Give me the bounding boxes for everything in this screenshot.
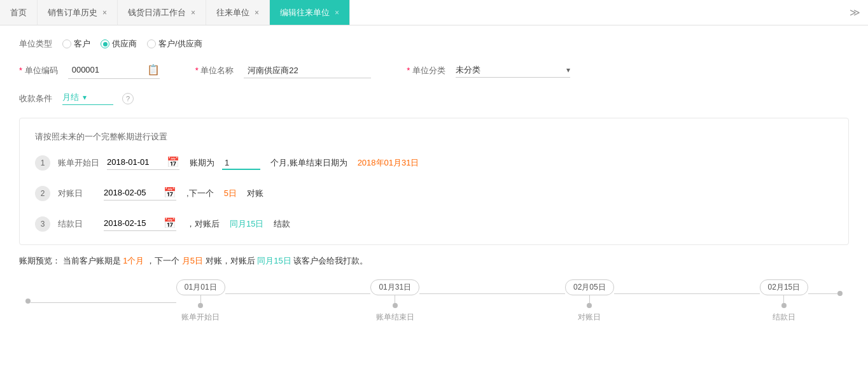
- step-3-desc-prefix: ，对账后: [186, 218, 220, 230]
- step-1-row: 1 账单开始日 📅 账期为 个月,账单结束日期为 2018年01月31日: [35, 155, 833, 171]
- unit-type-label: 单位类型: [19, 38, 52, 50]
- step-1-calendar-icon[interactable]: 📅: [167, 156, 179, 168]
- step-2-row: 2 对账日 📅 ,下一个 5日 对账: [35, 186, 833, 201]
- step-1-number: 1: [35, 155, 50, 171]
- tab-sales-order-history-close[interactable]: ×: [102, 8, 107, 17]
- step-3-date-input: 📅: [104, 217, 176, 231]
- timeline-node-4-dot: [781, 303, 787, 308]
- step-2-date-field[interactable]: [104, 188, 161, 197]
- billing-period-section: 请按照未来的一个完整帐期进行设置 1 账单开始日 📅 账期为 个月,账单结束日期…: [19, 118, 849, 245]
- timeline-node-3-dot: [587, 303, 592, 308]
- tab-edit-partner-unit[interactable]: 编辑往来单位 ×: [270, 0, 350, 25]
- unit-category-select[interactable]: 未分类 ▾: [456, 64, 570, 78]
- timeline-end-dot: [837, 291, 843, 296]
- step-1-label: 账单开始日: [58, 157, 99, 169]
- step-1-desc-before: 账期为: [190, 157, 214, 169]
- step-3-row: 3 结款日 📅 ，对账后 同月15日 结款: [35, 216, 833, 232]
- timeline-node-2-badge: 01月31日: [370, 279, 419, 295]
- timeline-node-4-badge: 02月15日: [760, 279, 809, 295]
- radio-supplier[interactable]: 供应商: [101, 38, 137, 50]
- preview-part-1: 当前客户账期是: [63, 256, 121, 265]
- radio-customer-supplier-circle: [147, 39, 156, 48]
- timeline-start-dot: [25, 299, 31, 304]
- timeline-node-4-label: 结款日: [773, 312, 795, 323]
- payment-terms-label: 收款条件: [19, 93, 52, 104]
- step-3-desc-suffix: 结款: [274, 218, 290, 230]
- radio-customer-label: 客户: [74, 38, 90, 50]
- step-3-label: 结款日: [58, 218, 96, 230]
- unit-code-input[interactable]: [68, 62, 144, 77]
- unit-name-label: 单位名称: [195, 65, 234, 76]
- timeline-node-1-vline: [200, 295, 201, 303]
- preview-part-3: ，下一个: [146, 256, 179, 265]
- tab-home-label: 首页: [10, 7, 27, 18]
- payment-terms-value: 月结: [62, 92, 79, 103]
- tl-seg-4: [614, 293, 760, 294]
- tab-edit-partner-unit-label: 编辑往来单位: [280, 7, 330, 18]
- tab-sales-order-history-label: 销售订单历史: [48, 7, 97, 18]
- unit-info-row: 单位编码 📋 单位名称 单位分类 未分类 ▾: [19, 62, 849, 79]
- timeline-node-1: 01月01日 账单开始日: [176, 279, 225, 323]
- tab-cash-workbench-label: 钱货日清工作台: [128, 7, 186, 18]
- step-1-period-input[interactable]: [222, 157, 260, 170]
- radio-supplier-circle: [101, 39, 109, 48]
- payment-terms-select[interactable]: 月结 ▾: [62, 92, 113, 105]
- tab-partner-units[interactable]: 往来单位 ×: [206, 0, 270, 25]
- timeline-node-3: 02月05日 对账日: [565, 279, 614, 323]
- unit-category-arrow-icon: ▾: [566, 66, 570, 74]
- radio-customer-supplier-label: 客户/供应商: [158, 38, 202, 50]
- tab-home[interactable]: 首页: [0, 0, 38, 25]
- step-3-date-field[interactable]: [104, 218, 161, 228]
- step-1-date-input: 📅: [107, 156, 179, 170]
- radio-supplier-label: 供应商: [112, 38, 137, 50]
- timeline-segment-1: [31, 300, 176, 303]
- tl-seg-5: [808, 293, 837, 294]
- tab-edit-partner-unit-close[interactable]: ×: [335, 8, 339, 17]
- step-2-number: 2: [35, 186, 50, 201]
- tl-seg-3: [419, 293, 565, 294]
- unit-type-row: 单位类型 客户 供应商 客户/供应商: [19, 38, 849, 50]
- radio-customer-circle: [62, 39, 71, 48]
- help-icon[interactable]: ?: [122, 93, 134, 104]
- tab-expand-button[interactable]: ≫: [842, 0, 868, 25]
- tl-seg-2: [225, 293, 371, 294]
- timeline-node-1-label: 账单开始日: [181, 312, 220, 323]
- preview-part-6: 同月15日: [257, 256, 291, 265]
- step-2-calendar-icon[interactable]: 📅: [164, 186, 176, 199]
- step-1-desc-after: 个月,账单结束日期为: [270, 157, 347, 169]
- step-3-highlight-day: 同月15日: [230, 218, 263, 230]
- timeline-node-2-vline: [395, 295, 395, 303]
- unit-code-calendar-icon[interactable]: 📋: [147, 64, 160, 76]
- section-hint: 请按照未来的一个完整帐期进行设置: [35, 131, 833, 143]
- timeline-node-4-vline: [783, 295, 784, 303]
- timeline-node-1-dot: [198, 303, 203, 308]
- timeline-node-2: 01月31日 账单结束日: [370, 279, 419, 323]
- preview-part-4: 月5日: [182, 256, 203, 265]
- step-2-desc-prefix: ,下一个: [186, 188, 214, 199]
- main-content: 单位类型 客户 供应商 客户/供应商 单位编码 📋 单位名称 单: [0, 25, 868, 387]
- step-2-highlight-day: 5日: [224, 188, 237, 199]
- preview-section: 账期预览： 当前客户账期是 1个月 ，下一个 月5日 对账，对账后 同月15日 …: [19, 245, 849, 323]
- tab-bar: 首页 销售订单历史 × 钱货日清工作台 × 往来单位 × 编辑往来单位 × ≫: [0, 0, 868, 25]
- tab-cash-workbench-close[interactable]: ×: [191, 8, 195, 17]
- preview-label: 账期预览：: [19, 256, 60, 265]
- timeline-node-3-vline: [589, 295, 590, 303]
- unit-type-radio-group: 客户 供应商 客户/供应商: [62, 38, 202, 50]
- payment-terms-arrow-icon: ▾: [83, 93, 87, 102]
- preview-part-5: 对账，对账后: [206, 256, 255, 265]
- tab-sales-order-history[interactable]: 销售订单历史 ×: [38, 0, 118, 25]
- timeline-node-1-badge: 01月01日: [176, 279, 225, 295]
- tab-cash-workbench[interactable]: 钱货日清工作台 ×: [118, 0, 206, 25]
- step-3-calendar-icon[interactable]: 📅: [164, 217, 176, 229]
- unit-name-input[interactable]: [244, 63, 371, 78]
- tab-partner-units-label: 往来单位: [216, 7, 249, 18]
- unit-code-label: 单位编码: [19, 65, 58, 76]
- radio-customer-supplier[interactable]: 客户/供应商: [147, 38, 202, 50]
- step-2-desc-suffix: 对账: [247, 188, 263, 199]
- unit-category-label: 单位分类: [407, 65, 445, 76]
- radio-customer[interactable]: 客户: [62, 38, 90, 50]
- timeline-node-4: 02月15日 结款日: [760, 279, 809, 323]
- step-1-end-date: 2018年01月31日: [358, 157, 419, 169]
- step-1-date-field[interactable]: [107, 157, 164, 167]
- tab-partner-units-close[interactable]: ×: [255, 8, 259, 17]
